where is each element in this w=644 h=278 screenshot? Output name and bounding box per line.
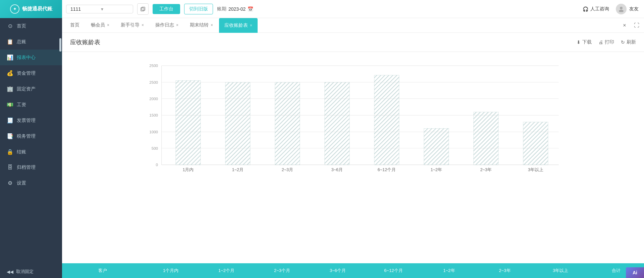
calendar-icon[interactable]: 📅 — [248, 6, 253, 12]
tab-label-guide: 新手引导 — [121, 22, 140, 28]
close-icon: 🔒 — [7, 149, 13, 155]
tab-aging[interactable]: 应收账龄表 × — [219, 18, 258, 33]
bar-2-3月 — [275, 82, 300, 165]
svg-text:3年以上: 3年以上 — [528, 167, 543, 172]
bar-1-2月 — [225, 82, 250, 165]
table-header-cell-7: 2~3年 — [477, 268, 533, 274]
settings-icon: ⚙ — [7, 180, 13, 186]
sidebar-item-home[interactable]: ⊙ 首页 — [0, 18, 62, 34]
sidebar-label-ledger: 总账 — [17, 39, 26, 45]
home-icon: ⊙ — [7, 23, 13, 29]
svg-text:2000: 2000 — [149, 96, 158, 101]
tab-bar: 首页畅会员 ×新手引导 ×操作日志 ×期末结转 ×应收账龄表 × × ⛶ — [62, 18, 644, 33]
fullscreen-icon[interactable]: ⛶ — [632, 21, 641, 30]
sidebar-label-close: 结账 — [17, 149, 26, 155]
sidebar-scrollbar[interactable] — [59, 38, 61, 52]
svg-text:1500: 1500 — [149, 113, 158, 117]
bar-6-12月 — [374, 75, 399, 165]
table-header-cell-6: 1~2年 — [421, 268, 477, 274]
reports-icon: 📊 — [7, 54, 13, 61]
sidebar-item-funds[interactable]: 💰 资金管理 — [0, 65, 62, 81]
copy-button[interactable] — [137, 3, 149, 15]
print-button[interactable]: 🖨 打印 — [598, 39, 614, 45]
assets-icon: 🏢 — [7, 86, 13, 92]
bar-3年以上 — [523, 122, 548, 165]
company-selector[interactable]: 1111 ▾ — [66, 5, 133, 13]
svg-text:2~3月: 2~3月 — [282, 167, 293, 172]
tab-close-member[interactable]: × — [107, 23, 109, 27]
bar-1月内 — [176, 81, 201, 165]
sidebar-item-reports[interactable]: 📊 报表中心 — [0, 50, 62, 65]
sidebar-item-close[interactable]: 🔒 结账 — [0, 144, 62, 160]
sidebar-label-reports: 报表中心 — [17, 55, 36, 61]
refresh-button[interactable]: ↻ 刷新 — [621, 39, 636, 45]
bar-chart: 0 500 1000 1500 2000 2500 2500 — [75, 59, 631, 183]
table-header-cell-2: 1~2个月 — [199, 268, 254, 274]
download-button[interactable]: ⬇ 下载 — [577, 39, 592, 45]
svg-text:1~2月: 1~2月 — [232, 167, 244, 172]
ai-badge[interactable]: Ai — [626, 267, 644, 278]
headset-icon: 🎧 — [583, 6, 588, 12]
dropdown-arrow-icon: ▾ — [101, 6, 129, 12]
refresh-icon: ↻ — [621, 40, 625, 45]
svg-text:2~3年: 2~3年 — [480, 167, 492, 172]
sidebar-label-invoice: 发票管理 — [17, 118, 36, 124]
invoice-icon: 🧾 — [7, 117, 13, 124]
switch-version-button[interactable]: 切到旧版 — [184, 4, 213, 14]
sidebar-item-archive[interactable]: 🗄 归档管理 — [0, 160, 62, 175]
svg-text:0: 0 — [156, 162, 158, 167]
tab-yearend[interactable]: 期末结转 × — [184, 18, 218, 33]
svg-text:3~6月: 3~6月 — [331, 167, 343, 172]
ledger-icon: 📋 — [7, 39, 13, 45]
chart-container: 0 500 1000 1500 2000 2500 2500 — [75, 59, 631, 183]
sidebar-item-settings[interactable]: ⚙ 设置 — [0, 175, 62, 191]
tab-close-guide[interactable]: × — [142, 23, 144, 27]
tab-guide[interactable]: 新手引导 × — [115, 18, 149, 33]
sidebar-label-archive: 归档管理 — [17, 164, 36, 170]
tab-oplog[interactable]: 操作日志 × — [150, 18, 184, 33]
svg-text:500: 500 — [152, 146, 158, 150]
download-icon: ⬇ — [577, 40, 581, 45]
header-right: 🎧 人工咨询 友友 — [583, 4, 639, 14]
avatar — [616, 4, 627, 14]
sidebar: ⊙ 首页 📋 总账 📊 报表中心 💰 资金管理 🏢 固定资产 💵 工资 🧾 发票… — [0, 18, 62, 278]
main-layout: ⊙ 首页 📋 总账 📊 报表中心 💰 资金管理 🏢 固定资产 💵 工资 🧾 发票… — [0, 18, 644, 278]
tab-bar-right: × ⛶ — [620, 21, 641, 30]
cancel-pin-button[interactable]: ◀◀ 取消固定 — [0, 265, 62, 278]
sidebar-item-assets[interactable]: 🏢 固定资产 — [0, 81, 62, 97]
tab-label-home: 首页 — [70, 22, 79, 28]
svg-text:2500: 2500 — [149, 63, 158, 68]
print-icon: 🖨 — [598, 40, 603, 45]
sidebar-item-invoice[interactable]: 🧾 发票管理 — [0, 113, 62, 128]
workbench-button[interactable]: 工作台 — [153, 4, 180, 14]
sidebar-item-ledger[interactable]: 📋 总账 — [0, 34, 62, 50]
table-header-cell-3: 2~3个月 — [254, 268, 310, 274]
svg-text:1~2年: 1~2年 — [431, 167, 442, 172]
tab-close-yearend[interactable]: × — [211, 23, 213, 27]
sidebar-label-tax: 税务管理 — [17, 133, 36, 139]
tab-close-oplog[interactable]: × — [176, 23, 178, 27]
consult-button[interactable]: 🎧 人工咨询 — [583, 6, 609, 12]
tab-member[interactable]: 畅会员 × — [86, 18, 115, 33]
sidebar-label-settings: 设置 — [17, 180, 26, 186]
svg-text:1000: 1000 — [149, 130, 158, 134]
table-header-cell-4: 3~6个月 — [310, 268, 366, 274]
svg-point-2 — [620, 7, 623, 9]
tab-home[interactable]: 首页 — [65, 18, 85, 33]
close-all-icon[interactable]: × — [620, 21, 629, 30]
funds-icon: 💰 — [7, 70, 13, 76]
tab-close-aging[interactable]: × — [250, 23, 252, 28]
tab-label-oplog: 操作日志 — [155, 22, 174, 28]
period-area: 账期 2023-02 📅 — [217, 6, 253, 12]
chart-area: 0 500 1000 1500 2000 2500 2500 — [62, 52, 644, 263]
sidebar-item-tax[interactable]: 📑 税务管理 — [0, 128, 62, 144]
sidebar-item-salary[interactable]: 💵 工资 — [0, 97, 62, 113]
svg-point-3 — [619, 10, 624, 12]
content-area: 首页畅会员 ×新手引导 ×操作日志 ×期末结转 ×应收账龄表 × × ⛶ 应收账… — [62, 18, 644, 278]
sidebar-label-funds: 资金管理 — [17, 70, 36, 76]
user-area[interactable]: 友友 — [616, 4, 639, 14]
table-header-cell-0: 客户 — [62, 268, 143, 274]
salary-icon: 💵 — [7, 101, 13, 108]
bar-2-3年 — [474, 112, 498, 165]
bar-3-6月 — [325, 82, 350, 165]
